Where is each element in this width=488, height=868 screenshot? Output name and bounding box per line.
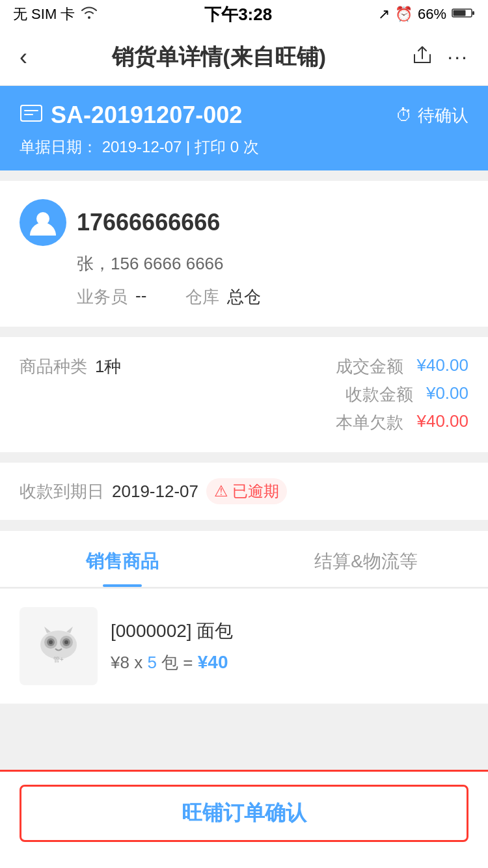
confirm-order-button[interactable]: 旺铺订单确认	[20, 785, 468, 842]
received-value: ¥0.00	[426, 383, 468, 406]
summary-row: 商品种类 1种 成交金额 ¥40.00 收款金额 ¥0.00 本单欠款 ¥40.…	[20, 355, 468, 434]
order-id-row: SA-20191207-002 ⏱ 待确认	[20, 102, 468, 129]
product-price-row: ¥8 x 5 包 = ¥40	[111, 651, 468, 674]
warehouse-value: 总仓	[227, 286, 261, 308]
back-button[interactable]: ‹	[20, 44, 27, 71]
svg-rect-2	[472, 11, 474, 15]
due-label: 收款到期日	[20, 480, 104, 503]
order-date: 单据日期： 2019-12-07 | 打印 0 次	[20, 137, 468, 157]
svg-point-11	[64, 640, 68, 644]
product-quantity: 5	[147, 653, 156, 672]
location-icon: ↗	[378, 6, 390, 23]
status-clock-icon: ⏱	[396, 105, 413, 126]
product-item: 管+ [0000002] 面包 ¥8 x 5 包 = ¥40	[0, 589, 488, 704]
svg-rect-1	[454, 10, 466, 16]
product-total: ¥40	[198, 652, 228, 672]
svg-text:管+: 管+	[53, 656, 64, 663]
product-type-label: 商品种类	[20, 355, 87, 378]
product-logo: 管+	[33, 624, 85, 669]
order-header: SA-20191207-002 ⏱ 待确认 单据日期： 2019-12-07 |…	[0, 86, 488, 170]
transaction-label: 成交金额	[336, 355, 403, 378]
overdue-badge: ⚠ 已逾期	[206, 478, 287, 504]
debt-label: 本单欠款	[336, 411, 403, 434]
confirm-btn-container: 旺铺订单确认	[0, 770, 488, 868]
status-left: 无 SIM 卡	[13, 5, 98, 24]
sales-value: --	[135, 286, 146, 308]
product-image: 管+	[20, 607, 98, 685]
product-type-value: 1种	[95, 355, 121, 378]
customer-phone: 17666666666	[77, 209, 220, 236]
avatar	[20, 199, 66, 246]
summary-section: 商品种类 1种 成交金额 ¥40.00 收款金额 ¥0.00 本单欠款 ¥40.…	[0, 337, 488, 452]
amounts: 成交金额 ¥40.00 收款金额 ¥0.00 本单欠款 ¥40.00	[336, 355, 468, 434]
product-type-info: 商品种类 1种	[20, 355, 121, 378]
warehouse-label: 仓库	[185, 286, 219, 308]
overdue-text: 已逾期	[232, 481, 279, 502]
customer-top: 17666666666	[20, 199, 468, 246]
due-section: 收款到期日 2019-12-07 ⚠ 已逾期	[0, 463, 488, 521]
product-section: 管+ [0000002] 面包 ¥8 x 5 包 = ¥40	[0, 589, 488, 704]
customer-meta: 业务员 -- 仓库 总仓	[77, 286, 468, 308]
tab-products[interactable]: 销售商品	[0, 531, 244, 587]
nav-actions: ···	[411, 43, 468, 71]
status-bar: 无 SIM 卡 下午3:28 ↗ ⏰ 66%	[0, 0, 488, 29]
status-right: ↗ ⏰ 66%	[378, 6, 475, 23]
order-icon	[20, 104, 43, 127]
debt-value: ¥40.00	[416, 411, 468, 434]
status-text: 待确认	[418, 104, 468, 127]
transaction-value: ¥40.00	[416, 355, 468, 378]
battery-label: 66%	[418, 6, 446, 23]
customer-name: 张，156 6666 6666	[77, 252, 468, 275]
svg-point-10	[49, 640, 53, 644]
transaction-row: 成交金额 ¥40.00	[336, 355, 468, 378]
overdue-icon: ⚠	[214, 482, 228, 500]
warehouse-meta: 仓库 总仓	[185, 286, 261, 308]
page-title: 销货单详情(来自旺铺)	[112, 42, 326, 72]
received-label: 收款金额	[346, 383, 413, 406]
status-time: 下午3:28	[204, 3, 272, 26]
customer-section: 17666666666 张，156 6666 6666 业务员 -- 仓库 总仓	[0, 181, 488, 327]
wifi-icon	[80, 6, 98, 23]
received-row: 收款金额 ¥0.00	[346, 383, 468, 406]
tab-settlement[interactable]: 结算&物流等	[244, 531, 488, 587]
order-status: ⏱ 待确认	[396, 104, 468, 127]
more-button[interactable]: ···	[447, 45, 468, 69]
debt-row: 本单欠款 ¥40.00	[336, 411, 468, 434]
share-button[interactable]	[411, 43, 434, 71]
tabs-section: 销售商品 结算&物流等	[0, 531, 488, 588]
product-info: [0000002] 面包 ¥8 x 5 包 = ¥40	[111, 607, 468, 685]
sales-label: 业务员	[77, 286, 128, 308]
due-date-value: 2019-12-07	[112, 481, 198, 502]
product-name: [0000002] 面包	[111, 619, 468, 644]
battery-icon	[452, 6, 475, 23]
nav-bar: ‹ 销货单详情(来自旺铺) ···	[0, 29, 488, 86]
svg-rect-3	[21, 105, 42, 121]
sales-meta: 业务员 --	[77, 286, 146, 308]
order-id: SA-20191207-002	[51, 102, 242, 129]
carrier-label: 无 SIM 卡	[13, 5, 75, 24]
alarm-icon: ⏰	[395, 6, 413, 23]
